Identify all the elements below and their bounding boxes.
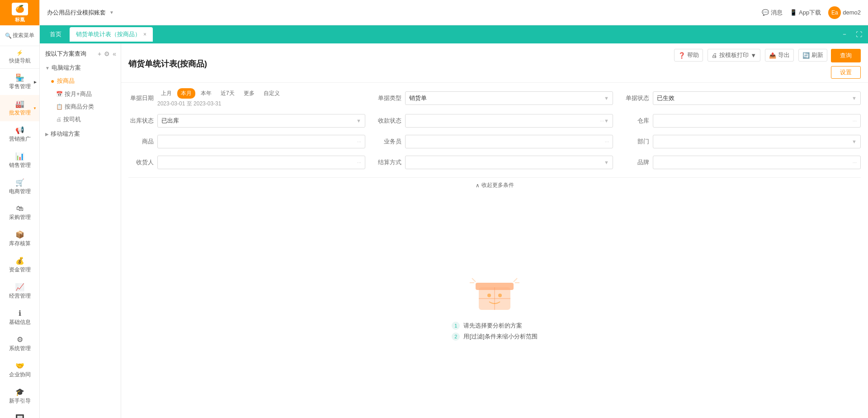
collapse-icon: ∧ — [476, 182, 480, 189]
tab-sales-stats[interactable]: 销货单统计表（按商品） × — [70, 27, 153, 42]
logo-emoji: 🍊 — [15, 5, 24, 13]
date-tab-custom[interactable]: 自定义 — [260, 88, 283, 99]
empty-illustration — [467, 269, 522, 314]
by-category-label: 按商品分类 — [65, 103, 94, 111]
sidebar-item-basic[interactable]: ℹ 基础信息 — [0, 304, 39, 331]
goods-label: 商品 — [128, 138, 157, 146]
scheme-by-printer[interactable]: 🖨 按司机 — [40, 113, 121, 126]
quick-nav-btn[interactable]: ⚡ 快捷导航 — [0, 46, 39, 69]
messages-btn[interactable]: 💬 消息 — [762, 9, 783, 17]
payment-status-input[interactable]: ··· ▼ — [405, 114, 613, 128]
sidebar-item-purchase[interactable]: 🛍 采购管理 — [0, 200, 39, 226]
sidebar-item-sales[interactable]: 📊 销售管理 — [0, 147, 39, 174]
left-panel-header: 按以下方案查询 + ⚙ « — [40, 47, 121, 61]
search-menu-btn[interactable]: 🔍 搜索菜单 — [3, 29, 37, 42]
doc-status-input[interactable]: 已生效 ▼ — [653, 91, 861, 105]
user-profile[interactable]: Ea demo2 — [828, 6, 861, 19]
payment-method-input[interactable]: ▼ — [405, 156, 613, 169]
brand-label: 品牌 — [624, 158, 653, 166]
date-tab-this-year[interactable]: 本年 — [197, 88, 215, 99]
wholesale-icon: 🏭 — [15, 100, 24, 108]
department-input[interactable]: ▼ — [653, 135, 861, 148]
doc-status-label: 单据状态 — [624, 94, 653, 102]
main-area: 办公用品行业模拟账套 ▼ 💬 消息 📱 App下载 Ea demo2 首页 — [40, 0, 868, 418]
doc-type-arrow: ▼ — [604, 95, 609, 101]
add-scheme-btn[interactable]: + — [98, 50, 101, 57]
tab-home[interactable]: 首页 — [43, 27, 68, 42]
header-actions: ❓ 帮助 🖨 按模板打印 ▼ 📤 导出 🔄 — [674, 49, 861, 79]
tab-minimize-btn[interactable]: － — [839, 29, 850, 40]
search-menu-area[interactable]: 🔍 搜索菜单 — [0, 25, 39, 46]
sidebar-nav: 🏪 零售管理 ▶ 🏭 批发管理 ▼ 📢 营销推广 📊 销售管理 🛒 电商管理 🛍… — [0, 69, 39, 418]
tab-maximize-btn[interactable]: ⛶ — [854, 29, 864, 40]
app-download-btn[interactable]: 📱 App下载 — [790, 9, 821, 17]
purchase-icon: 🛍 — [16, 204, 24, 213]
refresh-btn[interactable]: 🔄 刷新 — [798, 49, 827, 62]
sidebar-item-finance[interactable]: 💰 资金管理 — [0, 252, 39, 278]
stock-status-input[interactable]: 已出库 ▼ — [157, 114, 365, 128]
by-category-icon: 📋 — [56, 104, 63, 110]
warehouse-input[interactable]: ··· — [653, 114, 861, 128]
date-tab-7days[interactable]: 近7天 — [217, 88, 238, 99]
print-btn[interactable]: 🖨 按模板打印 ▼ — [708, 49, 760, 62]
by-goods-icon: ● — [51, 77, 54, 85]
filter-area: 单据日期 上月 本月 本年 近7天 更多 自定义 2023-03-01 至 20… — [121, 83, 868, 192]
sidebar-item-basic-label: 基础信息 — [9, 318, 31, 326]
sidebar-item-operation[interactable]: 📈 经营管理 — [0, 278, 39, 304]
doc-status-arrow: ▼ — [852, 95, 857, 101]
sidebar-item-inventory[interactable]: 📦 库存核算 — [0, 226, 39, 252]
sidebar-item-retail[interactable]: 🏪 零售管理 ▶ — [0, 69, 39, 95]
date-tab-this-month[interactable]: 本月 — [177, 88, 195, 99]
tab-close-btn[interactable]: × — [143, 32, 146, 37]
empty-tip-1: 1 请先选择要分析的方案 — [452, 322, 537, 330]
department-arrow: ▼ — [852, 139, 857, 144]
left-panel-title: 按以下方案查询 — [45, 50, 86, 58]
scheme-by-goods[interactable]: ● 按商品 — [40, 74, 121, 88]
desktop-scheme-toggle[interactable]: ▼ 电脑端方案 — [40, 62, 121, 74]
date-tab-more[interactable]: 更多 — [240, 88, 258, 99]
quick-nav-icon: ⚡ — [16, 50, 23, 56]
payment-status-dots: ··· — [600, 118, 604, 124]
setting-btn[interactable]: 设置 — [831, 66, 861, 79]
payment-method-arrow: ▼ — [604, 160, 609, 165]
filter-doc-status: 单据状态 已生效 ▼ — [624, 88, 861, 108]
filter-warehouse: 仓库 ··· — [624, 113, 861, 128]
receiver-label: 收货人 — [128, 158, 157, 166]
goods-dots: ··· — [357, 139, 361, 144]
filter-brand: 品牌 ··· — [624, 155, 861, 170]
date-tab-last-month[interactable]: 上月 — [157, 88, 175, 99]
sidebar-item-system[interactable]: ⚙ 系统管理 — [0, 331, 39, 357]
sidebar-item-wholesale[interactable]: 🏭 批发管理 ▼ — [0, 95, 39, 121]
sidebar-item-ecommerce[interactable]: 🛒 电商管理 — [0, 174, 39, 200]
doc-type-input[interactable]: 销货单 ▼ — [405, 91, 613, 105]
sidebar-item-marketing[interactable]: 📢 营销推广 — [0, 121, 39, 147]
by-goods-label: 按商品 — [57, 77, 75, 85]
query-btn[interactable]: 查询 — [831, 49, 861, 62]
logo-text: 标胤 — [15, 16, 25, 23]
tabbar: 首页 销货单统计表（按商品） × － ⛶ — [40, 25, 868, 43]
receiver-input[interactable]: ··· — [157, 156, 365, 169]
username: demo2 — [843, 9, 861, 16]
help-btn[interactable]: ❓ 帮助 — [674, 49, 703, 62]
sidebar-item-newbie[interactable]: 🎓 新手引导 — [0, 383, 39, 409]
quick-nav-label: 快捷导航 — [9, 57, 31, 65]
sidebar-item-apps[interactable]: 🔲 应用中心 — [0, 409, 39, 418]
salesperson-input[interactable]: ··· — [405, 135, 613, 148]
export-btn[interactable]: 📤 导出 — [765, 49, 794, 62]
collapse-bar[interactable]: ∧ 收起更多条件 — [128, 177, 861, 192]
scheme-settings-btn[interactable]: ⚙ — [104, 50, 110, 57]
mobile-scheme-section: ▶ 移动端方案 — [40, 127, 121, 141]
filter-goods: 商品 ··· — [128, 134, 365, 149]
brand-input[interactable]: ··· — [653, 156, 861, 169]
collapse-panel-btn[interactable]: « — [113, 50, 116, 57]
scheme-by-month-goods[interactable]: 📅 按月+商品 — [40, 88, 121, 100]
filter-doc-type: 单据类型 销货单 ▼ — [376, 88, 613, 108]
goods-input[interactable]: ··· — [157, 135, 365, 148]
sidebar-item-enterprise[interactable]: 🤝 企业协同 — [0, 357, 39, 383]
scheme-by-category[interactable]: 📋 按商品分类 — [40, 100, 121, 113]
mobile-scheme-toggle[interactable]: ▶ 移动端方案 — [40, 128, 121, 140]
search-menu-label: 搜索菜单 — [13, 32, 34, 39]
retail-icon: 🏪 — [15, 73, 24, 82]
department-label: 部门 — [624, 138, 653, 146]
filter-row-1: 单据日期 上月 本月 本年 近7天 更多 自定义 2023-03-01 至 20… — [128, 88, 861, 111]
